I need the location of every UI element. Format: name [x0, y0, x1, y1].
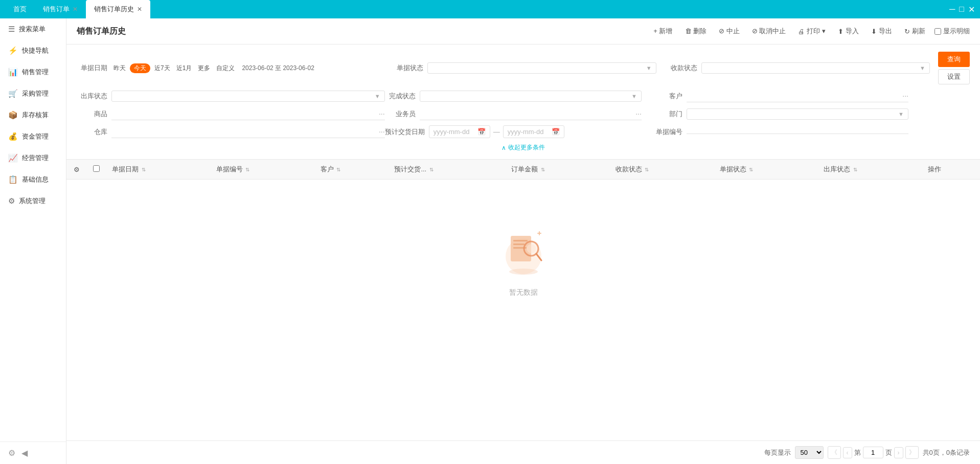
- page-number-input[interactable]: [863, 447, 883, 458]
- sidebar-item-inventory[interactable]: 📦 库存核算: [0, 104, 66, 126]
- col-number[interactable]: 单据编号 ⇅: [210, 160, 314, 180]
- empty-illustration: [493, 220, 554, 282]
- select-all-checkbox[interactable]: [93, 165, 100, 172]
- delete-button[interactable]: 🗑 删除: [682, 25, 710, 38]
- close-icon[interactable]: ✕: [968, 5, 975, 14]
- sidebar-item-operations-label: 经营管理: [22, 153, 49, 163]
- customer-label: 客户: [652, 92, 682, 101]
- sidebar-item-purchase-mgmt[interactable]: 🛒 采购管理: [0, 83, 66, 104]
- next-page-button[interactable]: ›: [894, 447, 903, 458]
- col-amount[interactable]: 订单金额 ⇅: [505, 160, 609, 180]
- import-icon: ⬆: [838, 28, 844, 35]
- cancel-stop-button[interactable]: ⊘ 取消中止: [749, 25, 789, 38]
- sidebar-item-quick-nav[interactable]: ⚡ 快捷导航: [0, 40, 66, 61]
- per-page-label: 每页显示: [764, 448, 791, 457]
- new-button[interactable]: + 新增: [650, 25, 675, 38]
- page-title: 销售订单历史: [77, 26, 126, 37]
- delivery-date-from[interactable]: yyyy-mm-dd 📅: [429, 125, 490, 138]
- collapse-filter-row[interactable]: ∧ 收起更多条件: [77, 143, 970, 152]
- show-detail-input[interactable]: [935, 28, 941, 35]
- warehouse-dots-icon[interactable]: ···: [379, 127, 385, 136]
- col-action: 操作: [922, 160, 980, 180]
- delivery-date-label: 预计交货日期: [385, 127, 425, 137]
- window-controls: ─ □ ✕: [949, 5, 975, 14]
- col-delivery-date[interactable]: 预计交货... ⇅: [388, 160, 505, 180]
- filter-delivery-status-field: 出库状态 ▼: [77, 91, 385, 102]
- tab-sales-order-label: 销售订单: [43, 5, 70, 14]
- per-page-select[interactable]: 50 10 20 100: [795, 446, 824, 459]
- prev-page-button[interactable]: ‹: [843, 447, 852, 458]
- sidebar-item-basic-info[interactable]: 📋 基础信息: [0, 169, 66, 190]
- col-customer[interactable]: 客户 ⇅: [314, 160, 389, 180]
- col-payment-status-sort-icon: ⇅: [645, 167, 649, 172]
- date-shortcuts: 昨天 今天 近7天 近1月 更多 自定义: [111, 63, 237, 73]
- department-select[interactable]: ▼: [687, 108, 908, 120]
- settings-bottom-icon[interactable]: ⚙: [8, 448, 15, 458]
- salesperson-dots-icon[interactable]: ···: [635, 109, 642, 118]
- delivery-date-to-placeholder: yyyy-mm-dd: [508, 128, 544, 136]
- import-button[interactable]: ⬆ 导入: [835, 25, 862, 38]
- delivery-status-select[interactable]: ▼: [111, 91, 385, 102]
- shortcut-yesterday[interactable]: 昨天: [111, 63, 128, 73]
- shortcut-today[interactable]: 今天: [130, 63, 150, 73]
- col-amount-sort-icon: ⇅: [541, 167, 545, 172]
- collapse-sidebar-icon[interactable]: ◀: [21, 448, 28, 458]
- col-payment-status[interactable]: 收款状态 ⇅: [609, 160, 714, 180]
- col-order-status[interactable]: 单据状态 ⇅: [714, 160, 818, 180]
- refresh-button[interactable]: ↻ 刷新: [901, 25, 928, 38]
- sidebar-item-finance[interactable]: 💰 资金管理: [0, 126, 66, 147]
- page-prefix-label: 第: [854, 448, 861, 457]
- completion-status-select[interactable]: ▼: [420, 91, 642, 102]
- order-status-select[interactable]: ▼: [427, 62, 656, 74]
- filter-row-1: 单据日期 昨天 今天 近7天 近1月 更多 自定义 2023-06-02 至 2…: [77, 52, 970, 84]
- tab-sales-order-close[interactable]: ✕: [73, 6, 78, 13]
- shortcut-custom[interactable]: 自定义: [214, 63, 237, 73]
- minimize-icon[interactable]: ─: [949, 5, 955, 14]
- department-label: 部门: [652, 109, 682, 119]
- tab-sales-order[interactable]: 销售订单 ✕: [35, 0, 86, 18]
- col-delivery-status[interactable]: 出库状态 ⇅: [817, 160, 922, 180]
- sales-mgmt-icon: 📊: [8, 68, 18, 77]
- sidebar-item-search-menu-label: 搜索菜单: [19, 25, 45, 34]
- col-delivery-status-sort-icon: ⇅: [853, 167, 857, 172]
- last-page-button[interactable]: 》: [905, 446, 919, 459]
- table-settings-col[interactable]: ⚙: [66, 160, 87, 180]
- sidebar-item-operations[interactable]: 📈 经营管理: [0, 147, 66, 169]
- product-dots-icon[interactable]: ···: [379, 109, 385, 118]
- calendar-to-icon: 📅: [552, 128, 560, 136]
- sidebar-item-search-menu[interactable]: ☰ 搜索菜单: [0, 18, 66, 40]
- filter-area: 单据日期 昨天 今天 近7天 近1月 更多 自定义 2023-06-02 至 2…: [66, 45, 980, 160]
- customer-dots-icon[interactable]: ···: [902, 92, 908, 100]
- filter-product-field: 商品 ···: [77, 107, 385, 120]
- col-date[interactable]: 单据日期 ⇅: [106, 160, 210, 180]
- sidebar-item-basic-info-label: 基础信息: [22, 175, 49, 184]
- shortcut-7days[interactable]: 近7天: [152, 63, 172, 73]
- query-button[interactable]: 查询: [938, 52, 970, 67]
- tab-history-label: 销售订单历史: [94, 5, 134, 14]
- stop-button[interactable]: ⊘ 中止: [716, 25, 743, 38]
- tab-sales-order-history[interactable]: 销售订单历史 ✕: [86, 0, 150, 18]
- maximize-icon[interactable]: □: [959, 5, 964, 14]
- print-button[interactable]: 🖨 🖨 打印 打印 ▾: [795, 25, 829, 38]
- shortcut-more[interactable]: 更多: [196, 63, 212, 73]
- shortcut-1month[interactable]: 近1月: [174, 63, 194, 73]
- tab-home[interactable]: 首页: [5, 0, 35, 18]
- first-page-button[interactable]: 《: [828, 446, 841, 459]
- date-value: 昨天 今天 近7天 近1月 更多 自定义 2023-06-02 至 2023-0…: [111, 63, 393, 73]
- sidebar-item-system[interactable]: ⚙ 系统管理: [0, 190, 66, 212]
- sidebar-item-sales-mgmt[interactable]: 📊 销售管理: [0, 61, 66, 83]
- table-area: ⚙ 单据日期 ⇅ 单据编号 ⇅ 客户 ⇅: [66, 160, 980, 440]
- show-detail-checkbox[interactable]: 显示明细: [935, 27, 970, 36]
- col-number-label: 单据编号: [216, 165, 243, 173]
- filter-date-field: 单据日期 昨天 今天 近7天 近1月 更多 自定义 2023-06-02 至 2…: [77, 63, 393, 73]
- payment-status-select[interactable]: ▼: [701, 62, 930, 74]
- settings-button[interactable]: 设置: [938, 69, 970, 84]
- filter-warehouse-field: 仓库 ···: [77, 125, 385, 138]
- tab-history-close[interactable]: ✕: [137, 6, 142, 13]
- export-button[interactable]: ⬇ 导出: [868, 25, 895, 38]
- table-checkbox-col[interactable]: [87, 160, 106, 180]
- filter-salesperson-field: 业务员 ···: [385, 107, 642, 120]
- operations-icon: 📈: [8, 153, 18, 163]
- filter-order-number-field: 单据编号: [652, 127, 908, 137]
- delivery-date-to[interactable]: yyyy-mm-dd 📅: [503, 125, 564, 138]
